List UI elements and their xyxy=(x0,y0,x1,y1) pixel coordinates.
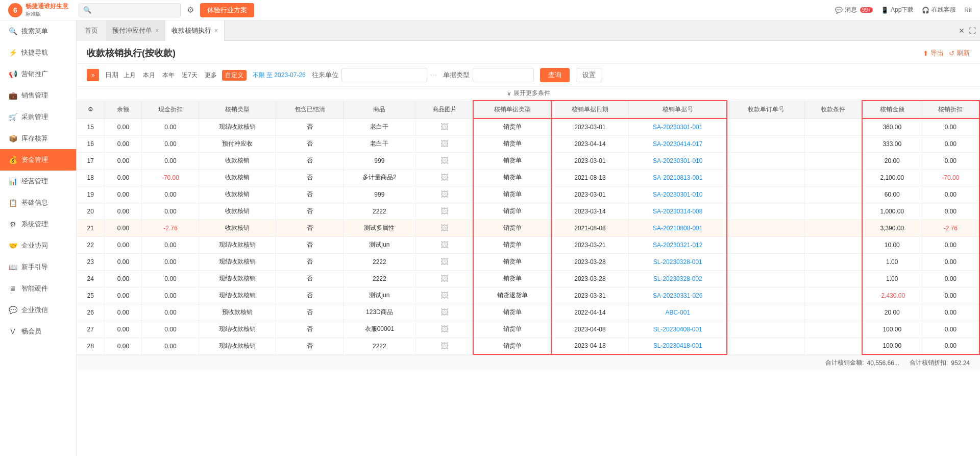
col-header-12: 核销金额 xyxy=(862,101,922,118)
doc-no-link[interactable]: SA-20210808-001 xyxy=(653,225,702,232)
sidebar-item-库存核算[interactable]: 📦库存核算 xyxy=(0,128,76,149)
table-row: 260.000.00预收款核销否123D商品🖼销货单2022-04-14ABC-… xyxy=(77,304,979,321)
data-table-wrapper: ⚙余额现金折扣核销类型包含已结清商品商品图片核销单据类型核销单据日期核销单据号收… xyxy=(77,100,980,456)
doc-no-link[interactable]: SL-20230418-001 xyxy=(653,342,702,349)
app-download-link[interactable]: 📱 App下载 xyxy=(881,6,914,14)
table-cell-9[interactable]: SA-20230321-012 xyxy=(629,236,727,253)
sidebar-item-企业协同[interactable]: 🤝企业协同 xyxy=(0,235,76,256)
sidebar-item-企业微信[interactable]: 💬企业微信 xyxy=(0,299,76,321)
sidebar-item-销售管理[interactable]: 💼销售管理 xyxy=(0,85,76,106)
sidebar-item-基础信息[interactable]: 📋基础信息 xyxy=(0,192,76,213)
tab-prepay[interactable]: 预付冲应付单 × xyxy=(106,20,165,41)
7days-btn[interactable]: 近7天 xyxy=(180,70,200,81)
sidebar-item-营销推广[interactable]: 📢营销推广 xyxy=(0,63,76,85)
doc-no-link[interactable]: SL-20230328-001 xyxy=(653,258,702,266)
table-cell-9[interactable]: SL-20230408-001 xyxy=(629,321,727,338)
counterparty-input[interactable] xyxy=(341,68,427,82)
sidebar-item-搜索菜单[interactable]: 🔍搜索菜单 xyxy=(0,20,76,42)
table-cell-9[interactable]: SA-20230331-026 xyxy=(629,287,727,304)
sidebar-icon: 💼 xyxy=(8,91,17,100)
sidebar-item-label: 畅会员 xyxy=(21,327,41,336)
industry-button[interactable]: 休验行业方案 xyxy=(200,3,254,17)
table-cell-12: 1.00 xyxy=(862,253,922,270)
table-cell-1: 0.00 xyxy=(105,304,142,321)
more-date-btn[interactable]: 更多 xyxy=(203,70,219,81)
table-cell-9[interactable]: SA-20230301-010 xyxy=(629,186,727,203)
doc-no-link[interactable]: SL-20230408-001 xyxy=(653,326,702,333)
doc-no-link[interactable]: SA-20230331-026 xyxy=(653,292,702,299)
sidebar-item-新手引导[interactable]: 📖新手引导 xyxy=(0,256,76,278)
sidebar-icon: 💬 xyxy=(8,305,17,315)
doc-no-link[interactable]: SA-20230301-010 xyxy=(653,191,702,198)
sidebar-item-采购管理[interactable]: 🛒采购管理 xyxy=(0,106,76,128)
table-cell-9[interactable]: SL-20230418-001 xyxy=(629,338,727,354)
counterparty-dots-btn[interactable]: ··· xyxy=(430,70,437,80)
table-cell-9[interactable]: SA-20210808-001 xyxy=(629,220,727,236)
table-cell-8: 2021-08-13 xyxy=(551,169,629,186)
table-cell-10 xyxy=(727,220,804,236)
tab-collection[interactable]: 收款核销执行 × xyxy=(165,20,225,41)
doc-no-link[interactable]: SA-20230414-017 xyxy=(653,140,702,148)
receipt-type-select[interactable] xyxy=(473,68,534,82)
sidebar-item-快捷导航[interactable]: ⚡快捷导航 xyxy=(0,42,76,63)
table-cell-3: 收款核销 xyxy=(199,220,276,236)
user-name-display[interactable]: Rit xyxy=(964,7,972,14)
sidebar-item-label: 资金管理 xyxy=(21,155,48,164)
table-cell-6: 🖼 xyxy=(416,338,474,354)
custom-date-btn[interactable]: 自定义 xyxy=(222,70,247,81)
tab-home[interactable]: 首页 xyxy=(77,20,106,41)
query-button[interactable]: 查询 xyxy=(540,68,570,82)
table-cell-9[interactable]: SA-20230414-017 xyxy=(629,135,727,152)
receipt-type-label: 单据类型 xyxy=(443,70,470,80)
messages-badge: 99+ xyxy=(860,7,873,13)
content-area: 首页 预付冲应付单 × 收款核销执行 × ✕ ⛶ 收款核销执行(按收款) ⬆ 导… xyxy=(77,20,980,456)
sidebar-item-label: 经营管理 xyxy=(21,177,48,186)
sidebar-icon: V xyxy=(8,327,17,336)
doc-no-link[interactable]: SL-20230328-002 xyxy=(653,275,702,282)
tab-close-all-btn[interactable]: ✕ xyxy=(959,27,965,35)
table-cell-9[interactable]: SL-20230328-001 xyxy=(629,253,727,270)
doc-no-link[interactable]: SA-20230301-010 xyxy=(653,157,702,164)
table-cell-9[interactable]: SL-20230328-002 xyxy=(629,270,727,287)
table-cell-9[interactable]: SA-20230301-010 xyxy=(629,152,727,169)
table-cell-0: 21 xyxy=(77,220,105,236)
this-month-btn[interactable]: 本月 xyxy=(141,70,157,81)
sidebar-item-经营管理[interactable]: 📊经营管理 xyxy=(0,171,76,192)
table-cell-9[interactable]: SA-20230314-008 xyxy=(629,203,727,220)
gear-icon[interactable]: ⚙ xyxy=(187,5,194,15)
table-cell-2: 0.00 xyxy=(142,236,199,253)
sidebar-item-智能硬件[interactable]: 🖥智能硬件 xyxy=(0,278,76,299)
table-cell-9[interactable]: SA-20210813-001 xyxy=(629,169,727,186)
sidebar-item-资金管理[interactable]: 💰资金管理 xyxy=(0,149,76,171)
doc-no-link[interactable]: ABC-001 xyxy=(665,309,690,316)
doc-no-link[interactable]: SA-20230314-008 xyxy=(653,208,702,215)
settings-button[interactable]: 设置 xyxy=(576,68,602,82)
tab2-close-btn[interactable]: × xyxy=(214,27,218,34)
table-cell-3: 收款核销 xyxy=(199,169,276,186)
table-cell-9[interactable]: SA-20230301-001 xyxy=(629,118,727,135)
filter-toggle-button[interactable]: » xyxy=(87,69,99,81)
table-row: 200.000.00收款核销否2222🖼销货单2023-03-14SA-2023… xyxy=(77,203,979,220)
doc-no-link[interactable]: SA-20210813-001 xyxy=(653,174,702,181)
this-year-btn[interactable]: 本年 xyxy=(160,70,177,81)
expand-more-btn[interactable]: ∨ 展开更多条件 xyxy=(507,89,550,98)
table-cell-12: 100.00 xyxy=(862,338,922,354)
refresh-button[interactable]: ↺ 刷新 xyxy=(949,49,970,58)
doc-no-link[interactable]: SA-20230321-012 xyxy=(653,242,702,249)
table-cell-9[interactable]: ABC-001 xyxy=(629,304,727,321)
sidebar-icon: 💰 xyxy=(8,155,17,164)
online-service-link[interactable]: 🎧 在线客服 xyxy=(922,6,956,14)
table-cell-13: 0.00 xyxy=(922,118,979,135)
table-cell-0: 17 xyxy=(77,152,105,169)
export-button[interactable]: ⬆ 导出 xyxy=(923,49,944,58)
messages-icon-group[interactable]: 💬 消息 99+ xyxy=(835,6,873,14)
sidebar-item-系统管理[interactable]: ⚙系统管理 xyxy=(0,213,76,235)
tab1-close-btn[interactable]: × xyxy=(155,27,159,34)
tab-bar: 首页 预付冲应付单 × 收款核销执行 × ✕ ⛶ xyxy=(77,20,980,41)
table-cell-8: 2023-04-18 xyxy=(551,338,629,354)
sidebar-item-畅会员[interactable]: V畅会员 xyxy=(0,321,76,342)
tab-expand-btn[interactable]: ⛶ xyxy=(969,27,976,35)
doc-no-link[interactable]: SA-20230301-001 xyxy=(653,124,702,131)
last-month-btn[interactable]: 上月 xyxy=(121,70,138,81)
table-row: 220.000.00现结收款核销否测试jun🖼销货单2023-03-21SA-2… xyxy=(77,236,979,253)
